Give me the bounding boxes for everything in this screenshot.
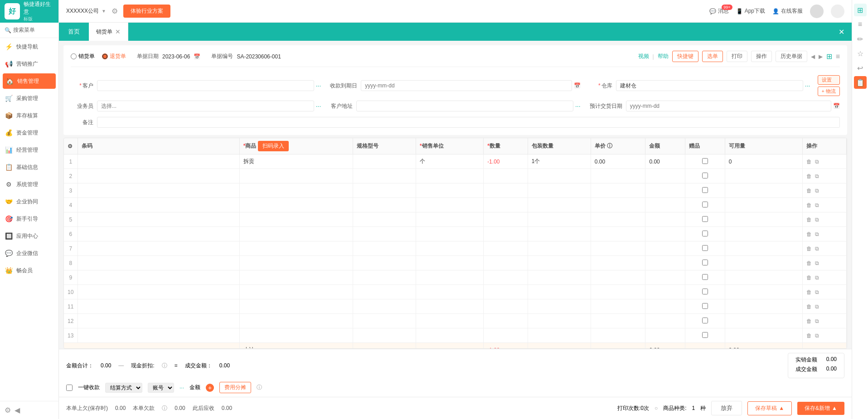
- row-barcode[interactable]: [78, 241, 239, 256]
- save-new-btn[interactable]: 保存&新增 ▲: [797, 402, 844, 415]
- collapse-icon[interactable]: ◀: [15, 406, 20, 414]
- row-unit[interactable]: [416, 198, 484, 212]
- close-all-tabs-icon[interactable]: ✕: [831, 28, 852, 36]
- row-unit[interactable]: [416, 299, 484, 314]
- right-panel-btn-return[interactable]: ↩: [854, 62, 867, 74]
- expense-split-btn[interactable]: 费用分摊: [219, 382, 251, 393]
- row-barcode[interactable]: [78, 183, 239, 198]
- sidebar-item-inventory[interactable]: 📦 库存核算: [0, 107, 58, 124]
- row-delete-icon[interactable]: 🗑: [806, 202, 812, 208]
- row-qty[interactable]: [484, 183, 528, 198]
- row-product[interactable]: [239, 285, 353, 299]
- row-product[interactable]: 拆贡: [239, 154, 353, 169]
- row-copy-icon[interactable]: ⧉: [815, 231, 819, 237]
- row-gift[interactable]: [685, 241, 725, 256]
- row-unit[interactable]: [416, 183, 484, 198]
- tab-close-icon[interactable]: ✕: [115, 28, 121, 35]
- row-pkg-qty[interactable]: [528, 328, 591, 343]
- row-pkg-qty[interactable]: 1个: [528, 154, 591, 169]
- operate-btn[interactable]: 操作: [751, 51, 772, 62]
- expected-date-input[interactable]: [626, 101, 831, 111]
- row-spec[interactable]: [353, 328, 416, 343]
- row-amount[interactable]: [645, 270, 685, 285]
- row-unit[interactable]: [416, 241, 484, 256]
- row-barcode[interactable]: [78, 285, 239, 299]
- row-unit[interactable]: [416, 256, 484, 270]
- row-delete-icon[interactable]: 🗑: [806, 159, 812, 165]
- tab-home[interactable]: 首页: [59, 23, 89, 41]
- row-copy-icon[interactable]: ⧉: [815, 289, 819, 295]
- salesperson-input[interactable]: [97, 101, 314, 111]
- sidebar-item-basic-info[interactable]: 📋 基础信息: [0, 159, 58, 176]
- row-gift[interactable]: [685, 256, 725, 270]
- row-pkg-qty[interactable]: [528, 314, 591, 328]
- row-product[interactable]: [239, 227, 353, 241]
- row-barcode[interactable]: [78, 154, 239, 169]
- next-icon[interactable]: ▶: [819, 53, 823, 60]
- row-copy-icon[interactable]: ⧉: [815, 173, 819, 179]
- sidebar-item-marketing[interactable]: 📢 营销推广: [0, 55, 58, 72]
- sidebar-item-system[interactable]: ⚙ 系统管理: [0, 176, 58, 193]
- help-link[interactable]: 帮助: [658, 53, 669, 60]
- prev-icon[interactable]: ◀: [811, 53, 815, 60]
- row-barcode[interactable]: [78, 299, 239, 314]
- row-unit[interactable]: [416, 314, 484, 328]
- sidebar-item-wechat[interactable]: 💬 企业微信: [0, 245, 58, 262]
- row-price[interactable]: [591, 270, 645, 285]
- customer-addr-more-icon[interactable]: ···: [575, 102, 581, 110]
- sidebar-item-quick-nav[interactable]: ⚡ 快捷导航: [0, 38, 58, 55]
- row-product[interactable]: [239, 241, 353, 256]
- row-delete-icon[interactable]: 🗑: [806, 260, 812, 266]
- row-price[interactable]: [591, 314, 645, 328]
- row-price[interactable]: [591, 328, 645, 343]
- row-amount[interactable]: 0.00: [645, 154, 685, 169]
- row-delete-icon[interactable]: 🗑: [806, 275, 812, 281]
- row-price[interactable]: [591, 285, 645, 299]
- row-qty[interactable]: [484, 299, 528, 314]
- row-pkg-qty[interactable]: [528, 241, 591, 256]
- row-product[interactable]: [239, 299, 353, 314]
- row-pkg-qty[interactable]: [528, 198, 591, 212]
- row-pkg-qty[interactable]: [528, 270, 591, 285]
- row-gift[interactable]: [685, 270, 725, 285]
- row-spec[interactable]: [353, 299, 416, 314]
- row-amount[interactable]: [645, 198, 685, 212]
- notes-input[interactable]: [97, 117, 840, 128]
- row-spec[interactable]: [353, 212, 416, 227]
- trial-button[interactable]: 体验行业方案: [123, 5, 170, 18]
- row-price[interactable]: [591, 227, 645, 241]
- customer-input[interactable]: [97, 80, 314, 91]
- row-gift[interactable]: [685, 285, 725, 299]
- row-delete-icon[interactable]: 🗑: [806, 303, 812, 310]
- row-amount[interactable]: [645, 314, 685, 328]
- row-unit[interactable]: [416, 328, 484, 343]
- row-gift[interactable]: [685, 328, 725, 343]
- radio-return-order[interactable]: 退货单: [102, 53, 126, 60]
- row-amount[interactable]: [645, 183, 685, 198]
- row-product[interactable]: [239, 183, 353, 198]
- app-download-button[interactable]: 📱 App下载: [736, 7, 765, 15]
- payment-method-select[interactable]: 结算方式: [105, 383, 142, 393]
- row-copy-icon[interactable]: ⧉: [815, 202, 819, 208]
- row-spec[interactable]: [353, 241, 416, 256]
- row-product[interactable]: [239, 198, 353, 212]
- row-delete-icon[interactable]: 🗑: [806, 173, 812, 179]
- shortcut-btn[interactable]: 快捷键: [672, 51, 698, 62]
- salesperson-more-icon[interactable]: ···: [316, 102, 321, 110]
- right-panel-btn-grid[interactable]: ⊞: [854, 4, 867, 16]
- row-unit[interactable]: 个: [416, 154, 484, 169]
- warehouse-more-icon[interactable]: ···: [805, 82, 810, 89]
- sidebar-item-sales[interactable]: 🏠 销售管理: [3, 73, 56, 89]
- payment-date-input[interactable]: [361, 80, 572, 91]
- row-copy-icon[interactable]: ⧉: [815, 159, 819, 165]
- row-gift[interactable]: [685, 198, 725, 212]
- row-amount[interactable]: [645, 227, 685, 241]
- row-qty[interactable]: [484, 270, 528, 285]
- sidebar-item-app-center[interactable]: 🔲 应用中心: [0, 227, 58, 245]
- add-payment-btn[interactable]: +: [206, 384, 214, 392]
- online-service-button[interactable]: 👤 在线客服: [772, 7, 803, 15]
- row-qty[interactable]: [484, 314, 528, 328]
- row-amount[interactable]: [645, 212, 685, 227]
- row-spec[interactable]: [353, 270, 416, 285]
- row-copy-icon[interactable]: ⧉: [815, 217, 819, 223]
